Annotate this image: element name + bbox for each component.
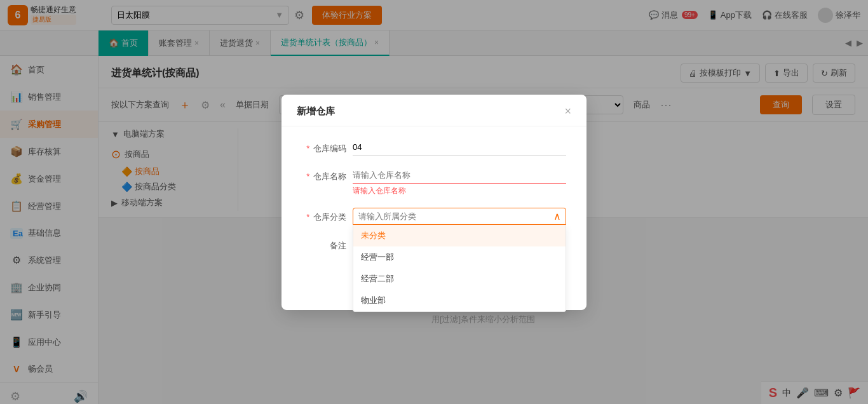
new-warehouse-dialog: 新增仓库 × * 仓库编码 * 仓库名称 (281, 95, 587, 310)
note-label: 备注 (302, 236, 353, 252)
warehouse-code-input[interactable] (353, 139, 566, 156)
name-error-msg: 请输入仓库名称 (353, 185, 566, 196)
dialog-body: * 仓库编码 * 仓库名称 请输入仓库名称 (281, 126, 587, 253)
code-label: * 仓库编码 (302, 139, 353, 154)
dialog-title: 新增仓库 (297, 105, 335, 118)
category-dropdown: 未分类 经营一部 经营二部 物业部 (353, 225, 566, 312)
warehouse-name-row: * 仓库名称 请输入仓库名称 (302, 167, 566, 196)
code-field (353, 139, 566, 156)
warehouse-category-row: * 仓库分类 ∧ 未分类 经营一部 经营二部 物业部 (302, 208, 566, 225)
dropdown-item-none[interactable]: 未分类 (353, 225, 566, 246)
category-label: * 仓库分类 (302, 208, 353, 223)
warehouse-code-row: * 仓库编码 (302, 139, 566, 156)
modal-overlay: 新增仓库 × * 仓库编码 * 仓库名称 (0, 0, 868, 404)
name-field: 请输入仓库名称 (353, 167, 566, 196)
dropdown-item-property[interactable]: 物业部 (353, 290, 566, 311)
name-label: * 仓库名称 (302, 167, 353, 182)
dialog-header: 新增仓库 × (281, 95, 587, 126)
category-field: ∧ 未分类 经营一部 经营二部 物业部 (353, 208, 566, 225)
dialog-close-button[interactable]: × (564, 105, 571, 118)
dropdown-item-dept2[interactable]: 经营二部 (353, 268, 566, 290)
warehouse-name-input[interactable] (353, 167, 566, 184)
category-input[interactable] (353, 208, 566, 225)
dropdown-item-dept1[interactable]: 经营一部 (353, 246, 566, 268)
